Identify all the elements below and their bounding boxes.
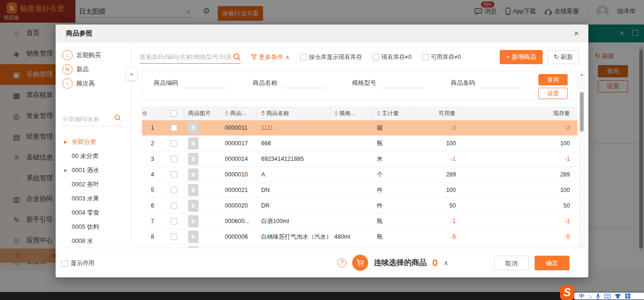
- product-code-input[interactable]: [183, 79, 226, 88]
- sogou-ime-icon[interactable]: S: [560, 285, 574, 300]
- select-all-checkbox[interactable]: [170, 110, 177, 117]
- tree-item[interactable]: 0005 饮料: [56, 220, 131, 234]
- column-code[interactable]: 商品...: [221, 106, 257, 120]
- sort-icon: [225, 110, 229, 116]
- selected-count: 0: [432, 257, 438, 268]
- more-filters-toggle[interactable]: 更多条件 ∧: [251, 53, 290, 61]
- column-name[interactable]: 商品名称: [257, 106, 330, 120]
- filter-panel: 商品编码 商品名称 规格型号 商品条码 查询 设置: [142, 71, 578, 100]
- dialog-toolbar: 更多条件 ∧ 按仓库显示现有库存 现有库存≠0 可用库存≠0 + 新增商品 ↻ …: [140, 49, 579, 65]
- star-icon: ☆: [62, 78, 73, 89]
- product-name-input[interactable]: [282, 79, 325, 88]
- row-checkbox[interactable]: [171, 218, 177, 225]
- row-checkbox[interactable]: [171, 171, 177, 178]
- help-icon[interactable]: ?: [338, 258, 347, 267]
- checkbox-show-disabled[interactable]: 显示停用: [61, 259, 94, 267]
- product-thumbnail: [188, 231, 198, 243]
- table-row[interactable]: 1 0000011 1111 箱 -2 -2: [142, 120, 578, 136]
- checkbox-available-nonzero[interactable]: 可用库存≠0: [422, 53, 461, 61]
- checkbox-icon: [422, 54, 429, 60]
- tree-item[interactable]: 00 未分类: [56, 149, 131, 163]
- spec-model-input[interactable]: [381, 79, 424, 88]
- tree-item[interactable]: 0002 茶叶: [56, 177, 131, 192]
- collapse-panel-button[interactable]: «: [126, 68, 137, 80]
- product-thumbnail: [188, 184, 198, 196]
- sort-icon: [261, 110, 265, 116]
- filter-field-product-code: 商品编码: [154, 79, 226, 88]
- tree-item-all[interactable]: ▶全部分类: [56, 135, 131, 149]
- table-row[interactable]: 6 0000020 DR 件 50 50: [142, 198, 578, 214]
- sort-icon: [334, 110, 338, 116]
- os-taskbar: S 中 ·,: [0, 292, 644, 300]
- table-row[interactable]: 4 0000010 A 个 289 289: [142, 167, 578, 183]
- category-panel: ⌂近期购买 N新品 ☆频次高 ▶全部分类 00 未分类 ▶0001 酒水 000…: [56, 42, 131, 248]
- column-config-gear-icon[interactable]: ⚙: [142, 110, 148, 117]
- row-checkbox[interactable]: [171, 125, 177, 131]
- table-row[interactable]: 5 0000021 DN 件 100 100: [142, 183, 578, 198]
- table-scrollbar[interactable]: [579, 72, 585, 248]
- scroll-up-icon[interactable]: [580, 74, 583, 76]
- table-row[interactable]: 7 000600... 白酒100ml 瓶 -1 -1: [142, 214, 578, 229]
- column-available[interactable]: 可用量: [414, 106, 462, 120]
- dialog-header: 商品参照 ×: [56, 25, 588, 42]
- skin-shirt-icon[interactable]: [615, 293, 621, 299]
- table-row[interactable]: 2 0000017 666 瓶 100 100: [142, 136, 578, 151]
- close-icon[interactable]: ×: [574, 28, 579, 39]
- category-search-input[interactable]: [62, 116, 112, 123]
- microphone-icon[interactable]: [596, 293, 600, 299]
- row-checkbox[interactable]: [171, 233, 177, 240]
- refresh-button[interactable]: ↻ 刷新: [547, 50, 579, 64]
- product-thumbnail: [188, 168, 198, 181]
- product-thumbnail: [188, 200, 198, 212]
- ime-language-toggle[interactable]: 中: [579, 292, 584, 300]
- column-spec[interactable]: 规格...: [330, 106, 373, 120]
- checkbox-stock-nonzero[interactable]: 现有库存≠0: [372, 53, 412, 61]
- category-tree: ▶全部分类 00 未分类 ▶0001 酒水 0002 茶叶 0003 水果 00…: [56, 135, 131, 262]
- scrollbar-thumb[interactable]: [580, 92, 584, 132]
- quick-filter-high-frequency[interactable]: ☆频次高: [56, 76, 131, 91]
- tree-item[interactable]: 0004 零食: [56, 206, 131, 220]
- dialog-footer: 显示停用 ? 连续选择的商品 0 ∧ 取消 确定: [56, 248, 588, 277]
- filter-field-spec-model: 规格型号: [352, 79, 424, 88]
- dialog-title: 商品参照: [66, 29, 92, 38]
- product-thumbnail: [188, 153, 198, 165]
- selected-products-label: 连续选择的商品: [374, 258, 427, 268]
- product-table: ⚙ 商品图片 商品... 商品名称 规格... 主计量 可用量 现存量 1 00…: [142, 106, 578, 248]
- table-row[interactable]: 3 0000014 6923414121885 米 -1 -1: [142, 151, 578, 167]
- keyboard-icon[interactable]: [604, 294, 611, 299]
- chevron-up-icon[interactable]: ∧: [444, 259, 448, 267]
- tree-item[interactable]: ▶0001 酒水: [56, 163, 131, 177]
- checkbox-icon: [372, 54, 379, 60]
- category-search[interactable]: [62, 114, 124, 126]
- query-button[interactable]: 查询: [538, 74, 568, 85]
- triangle-right-icon: ▶: [64, 168, 67, 173]
- row-checkbox[interactable]: [171, 187, 177, 193]
- table-row[interactable]: 8 0000006 白桃味苏打气泡水（汽水） 480ml 瓶 -5 -5: [142, 229, 578, 245]
- row-checkbox[interactable]: [171, 202, 177, 209]
- quick-filter-new-products[interactable]: N新品: [56, 62, 131, 76]
- bag-icon: ⌂: [62, 50, 73, 60]
- settings-button[interactable]: 设置: [538, 88, 568, 99]
- cart-icon[interactable]: [352, 255, 368, 271]
- ime-menu-grid-icon[interactable]: [625, 293, 630, 299]
- ime-punctuation-toggle[interactable]: ·,: [588, 292, 592, 300]
- table-header: ⚙ 商品图片 商品... 商品名称 规格... 主计量 可用量 现存量: [142, 106, 578, 120]
- cancel-button[interactable]: 取消: [494, 256, 529, 270]
- row-checkbox[interactable]: [171, 140, 177, 147]
- product-reference-dialog: 商品参照 × ⌂近期购买 N新品 ☆频次高 ▶全部分类 00 未分类 ▶0001…: [56, 25, 588, 277]
- product-thumbnail: [188, 122, 198, 134]
- confirm-button[interactable]: 确定: [535, 256, 570, 270]
- barcode-input[interactable]: [480, 79, 523, 88]
- column-unit[interactable]: 主计量: [373, 106, 414, 120]
- tree-item[interactable]: 0008 水: [56, 234, 131, 248]
- row-checkbox[interactable]: [171, 156, 177, 162]
- add-product-button[interactable]: + 新增商品: [500, 50, 543, 64]
- column-stock[interactable]: 现存量: [462, 106, 578, 120]
- product-search-input[interactable]: [140, 53, 233, 60]
- quick-filter-recent-purchase[interactable]: ⌂近期购买: [56, 48, 131, 62]
- tree-item[interactable]: 0003 水果: [56, 192, 131, 206]
- product-search[interactable]: [140, 50, 241, 64]
- checkbox-show-by-warehouse[interactable]: 按仓库显示现有库存: [300, 53, 363, 61]
- triangle-right-icon: ▶: [64, 140, 67, 144]
- column-image[interactable]: 商品图片: [184, 106, 221, 120]
